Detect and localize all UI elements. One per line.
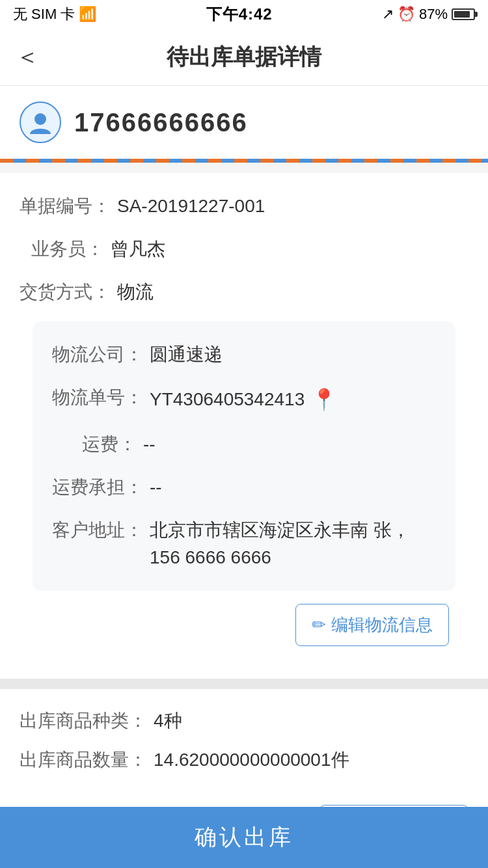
- address-label: 客户地址：: [52, 517, 143, 544]
- goods-quantity-value: 14.620000000000001件: [154, 748, 349, 772]
- edit-btn-container: ✏ 编辑物流信息: [20, 591, 468, 659]
- battery-indicator: [452, 8, 475, 20]
- dashed-divider: [0, 159, 488, 163]
- confirm-btn-text: 确认出库: [195, 824, 293, 849]
- salesperson-label: 业务员：: [20, 236, 104, 263]
- avatar-icon: [27, 109, 53, 135]
- logistics-tracking-row: 物流单号： YT43064053424​13 📍: [52, 384, 436, 415]
- goods-types-row: 出库商品种类： 4种: [20, 709, 468, 733]
- nav-bar: ＜ 待出库单据详情: [0, 29, 488, 86]
- svg-point-0: [34, 113, 46, 125]
- alarm-icon: ⏰: [398, 6, 415, 23]
- battery-fill: [454, 11, 470, 18]
- back-button[interactable]: ＜: [16, 41, 39, 73]
- goods-types-label: 出库商品种类：: [20, 709, 147, 733]
- freight-bearer-label: 运费承担：: [52, 474, 143, 501]
- logistics-company-value: 圆通速递: [150, 341, 436, 368]
- sim-status: 无 SIM 卡 📶: [13, 5, 96, 24]
- freight-label: 运费：: [52, 431, 137, 458]
- goods-types-value: 4种: [154, 709, 182, 733]
- address-value: 北京市市辖区海淀区永丰南 张，156 6666 6666: [150, 517, 436, 571]
- tracking-number: YT43064053424​13: [150, 386, 305, 413]
- logistics-tracking-value: YT43064053424​13 📍: [150, 384, 436, 415]
- status-right: ↗ ⏰ 87%: [382, 6, 475, 23]
- logistics-tracking-label: 物流单号：: [52, 384, 143, 411]
- page-title: 待出库单据详情: [167, 42, 321, 72]
- freight-row: 运费： --: [52, 431, 436, 458]
- map-pin-icon[interactable]: 📍: [311, 384, 337, 415]
- status-bar: 无 SIM 卡 📶 下午4:42 ↗ ⏰ 87%: [0, 0, 488, 29]
- status-left: 无 SIM 卡 📶: [13, 5, 96, 24]
- logistics-company-row: 物流公司： 圆通速递: [52, 341, 436, 368]
- delivery-row: 交货方式： 物流: [20, 278, 468, 306]
- address-row: 客户地址： 北京市市辖区海淀区永丰南 张，156 6666 6666: [52, 517, 436, 571]
- salesperson-row: 业务员： 曾凡杰: [20, 236, 468, 263]
- logistics-card: 物流公司： 圆通速递 物流单号： YT43064053424​13 📍 运费： …: [33, 321, 455, 591]
- edit-icon: ✏: [312, 615, 326, 635]
- section-separator: [0, 679, 488, 689]
- freight-value: --: [143, 431, 436, 458]
- freight-bearer-value: --: [150, 474, 436, 501]
- delivery-label: 交货方式：: [20, 278, 111, 306]
- edit-logistics-button[interactable]: ✏ 编辑物流信息: [295, 604, 449, 646]
- goods-section: 出库商品种类： 4种 出库商品数量： 14.620000000000001件: [0, 689, 488, 792]
- goods-quantity-row: 出库商品数量： 14.620000000000001件: [20, 748, 468, 772]
- avatar: [20, 102, 61, 143]
- goods-quantity-label: 出库商品数量：: [20, 748, 147, 772]
- page-wrapper: 无 SIM 卡 📶 下午4:42 ↗ ⏰ 87% ＜ 待出库单据详情 17666…: [0, 0, 488, 868]
- logistics-company-label: 物流公司：: [52, 341, 143, 368]
- user-header: 17666666666: [0, 86, 488, 159]
- doc-number-value: SA-20191227-001: [117, 193, 468, 220]
- location-icon: ↗: [382, 6, 394, 23]
- document-info-section: 单据编号： SA-20191227-001 业务员： 曾凡杰 交货方式： 物流 …: [0, 173, 488, 679]
- confirm-btn-container[interactable]: 确认出库: [0, 807, 488, 868]
- freight-bearer-row: 运费承担： --: [52, 474, 436, 501]
- user-phone: 17666666666: [74, 108, 248, 137]
- status-time: 下午4:42: [206, 4, 273, 25]
- battery-percent: 87%: [419, 6, 448, 23]
- doc-number-row: 单据编号： SA-20191227-001: [20, 193, 468, 220]
- delivery-value: 物流: [117, 278, 468, 306]
- salesperson-value: 曾凡杰: [111, 236, 468, 263]
- edit-btn-label: 编辑物流信息: [331, 614, 433, 636]
- doc-number-label: 单据编号：: [20, 193, 111, 220]
